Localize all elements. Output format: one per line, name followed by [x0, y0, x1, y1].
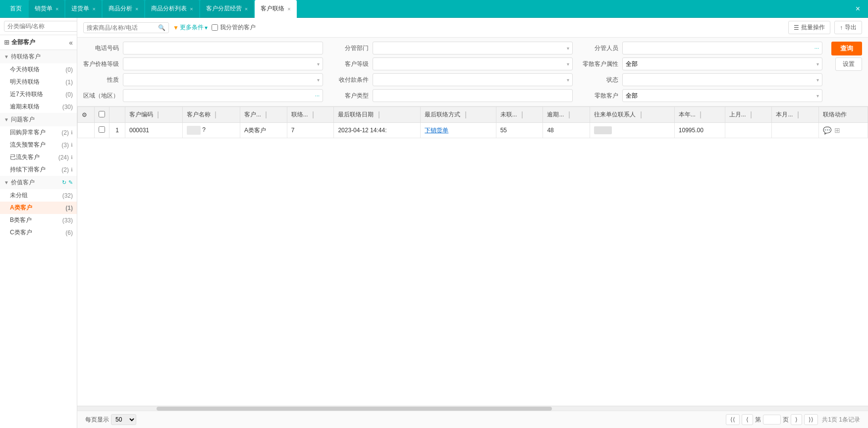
sidebar-item-today[interactable]: 今天待联络 (0) [0, 63, 77, 76]
col-settings[interactable]: ⚙ [78, 107, 95, 123]
price-grade-input[interactable] [126, 60, 317, 67]
filter-input-payment[interactable]: ▾ [373, 73, 573, 86]
sidebar-item-abnormal[interactable]: 回购异常客户 (2) ℹ [0, 126, 77, 139]
sidebar-group-problem[interactable]: ▼ 问题客户 [0, 113, 77, 126]
close-goods-analysis-icon[interactable]: × [135, 6, 138, 12]
filter-input-scatter-cust[interactable]: 全部 ▾ [622, 89, 822, 102]
col-last-month-resizer[interactable] [750, 111, 752, 118]
status-dropdown-icon[interactable]: ▾ [816, 77, 819, 83]
prev-page-button[interactable]: ⟨ [742, 414, 753, 425]
phone-input[interactable] [126, 45, 320, 52]
filter-input-phone[interactable] [123, 42, 323, 54]
sidebar-group-pending[interactable]: ▼ 待联络客户 [0, 50, 77, 63]
price-grade-dropdown-icon[interactable]: ▾ [317, 61, 320, 67]
col-unit-contact-resizer[interactable] [640, 111, 642, 118]
col-this-year-resizer[interactable] [699, 111, 701, 118]
region-more-icon[interactable]: ··· [315, 93, 320, 99]
sidebar-item-unclassified[interactable]: 未分组 (32) [0, 189, 77, 202]
sidebar-item-churn-warn[interactable]: 流失预警客户 (3) ℹ [0, 139, 77, 151]
my-customers-checkbox-wrap[interactable]: 我分管的客户 [212, 23, 256, 32]
nav-tab-customer-contact[interactable]: 客户联络 × [255, 0, 296, 18]
filter-search-icon[interactable]: 🔍 [158, 24, 165, 31]
nature-input[interactable] [126, 76, 317, 83]
filter-more-btn[interactable]: ▼ 更多条件 ▾ [173, 23, 208, 32]
region-input[interactable] [126, 92, 315, 99]
filter-input-dept[interactable]: ▾ [373, 42, 573, 54]
sidebar-item-a-class[interactable]: A类客户 (1) [0, 202, 77, 214]
cust-grade-input[interactable] [376, 60, 567, 67]
sidebar-search-input[interactable] [4, 21, 77, 32]
comment-action-icon[interactable]: 💬 [823, 126, 831, 134]
page-number-input[interactable]: 1 [763, 415, 781, 425]
filter-input-price-grade[interactable]: ▾ [123, 57, 323, 70]
table-scrollbar[interactable] [77, 406, 868, 411]
nav-tab-goods-list[interactable]: 商品分析列表 × [145, 0, 199, 18]
col-last-date-resizer[interactable] [378, 111, 380, 118]
next-page-button[interactable]: ⟩ [791, 414, 802, 425]
close-customer-tier-icon[interactable]: × [245, 6, 248, 12]
col-type-resizer[interactable] [265, 111, 267, 118]
filter-input-cust-grade[interactable]: ▾ [373, 57, 573, 70]
sidebar-item-overdue[interactable]: 逾期未联络 (30) [0, 101, 77, 113]
my-customers-checkbox[interactable] [212, 24, 218, 31]
col-no-contact-resizer[interactable] [521, 111, 523, 118]
table-scrollbar-thumb[interactable] [157, 407, 552, 411]
col-this-month-resizer[interactable] [797, 111, 799, 118]
col-name-resizer[interactable] [214, 111, 216, 118]
close-customer-contact-icon[interactable]: × [287, 6, 290, 12]
settings-button[interactable]: 设置 [835, 57, 862, 71]
sidebar-item-c-class[interactable]: C类客户 (6) [0, 226, 77, 239]
query-button[interactable]: 查询 [831, 42, 862, 55]
payment-dropdown-icon[interactable]: ▾ [567, 77, 569, 83]
status-input[interactable] [626, 76, 816, 83]
person-more-icon[interactable]: ··· [814, 45, 819, 51]
nav-tab-goods-analysis[interactable]: 商品分析 × [103, 0, 144, 18]
close-goods-list-icon[interactable]: × [190, 6, 193, 12]
sidebar-item-tomorrow[interactable]: 明天待联络 (1) [0, 76, 77, 88]
filter-input-status[interactable]: ▾ [622, 73, 822, 86]
cust-grade-dropdown-icon[interactable]: ▾ [567, 61, 569, 67]
sidebar-item-7days[interactable]: 近7天待联络 (0) [0, 88, 77, 101]
close-sales-icon[interactable]: × [55, 6, 58, 12]
scatter-attr-dropdown-icon[interactable]: ▾ [816, 61, 819, 67]
nav-tab-customer-tier[interactable]: 客户分层经营 × [200, 0, 254, 18]
grid-action-icon[interactable]: ⊞ [834, 126, 840, 134]
row-last-method[interactable]: 下销货单 [425, 127, 448, 134]
sidebar-item-churned[interactable]: 已流失客户 (24) ℹ [0, 151, 77, 163]
last-page-button[interactable]: ⟩⟩ [804, 414, 818, 425]
col-last-method-resizer[interactable] [464, 111, 466, 118]
filter-input-nature[interactable]: ▾ [123, 73, 323, 86]
filter-input-person[interactable]: ··· [622, 42, 822, 54]
select-all-checkbox[interactable] [99, 111, 105, 117]
scatter-cust-dropdown-icon[interactable]: ▾ [816, 93, 819, 99]
export-button[interactable]: ↑ 导出 [834, 21, 862, 34]
filter-input-region[interactable]: ··· [123, 89, 323, 102]
nav-tab-sales[interactable]: 销货单 × [29, 0, 64, 18]
value-group-edit-icon[interactable]: ✎ [68, 179, 73, 186]
col-overdue-resizer[interactable] [568, 111, 570, 118]
cust-type-input[interactable] [376, 92, 569, 99]
person-input[interactable] [626, 45, 814, 52]
sidebar-item-b-class[interactable]: B类客户 (33) [0, 214, 77, 226]
row-checkbox[interactable] [99, 126, 105, 133]
batch-op-button[interactable]: ☰ 批量操作 [788, 21, 830, 34]
dept-dropdown-icon[interactable]: ▾ [567, 46, 569, 51]
nav-tab-home[interactable]: 首页 [4, 0, 28, 18]
dept-input[interactable] [376, 45, 567, 52]
sidebar-collapse-icon[interactable]: « [69, 39, 73, 47]
filter-input-cust-type[interactable] [373, 89, 573, 102]
payment-input[interactable] [376, 76, 567, 83]
col-code-resizer[interactable] [157, 111, 159, 118]
filter-input-scatter-attr[interactable]: 全部 ▾ [622, 57, 822, 70]
sidebar-item-declining[interactable]: 持续下滑客户 (2) ℹ [0, 163, 77, 176]
filter-search-input[interactable] [87, 24, 156, 31]
sidebar-group-value[interactable]: ▼ 价值客户 ↻ ✎ [0, 176, 77, 189]
settings-gear-icon[interactable]: ⚙ [82, 111, 87, 118]
close-all-button[interactable]: × [852, 4, 864, 13]
nav-tab-purchase[interactable]: 进货单 × [65, 0, 101, 18]
value-group-refresh-icon[interactable]: ↻ [62, 179, 66, 186]
col-contact-count-resizer[interactable] [312, 111, 314, 118]
nature-dropdown-icon[interactable]: ▾ [317, 77, 320, 83]
per-page-dropdown[interactable]: 50 10 20 100 [111, 414, 136, 425]
close-purchase-icon[interactable]: × [92, 6, 95, 12]
